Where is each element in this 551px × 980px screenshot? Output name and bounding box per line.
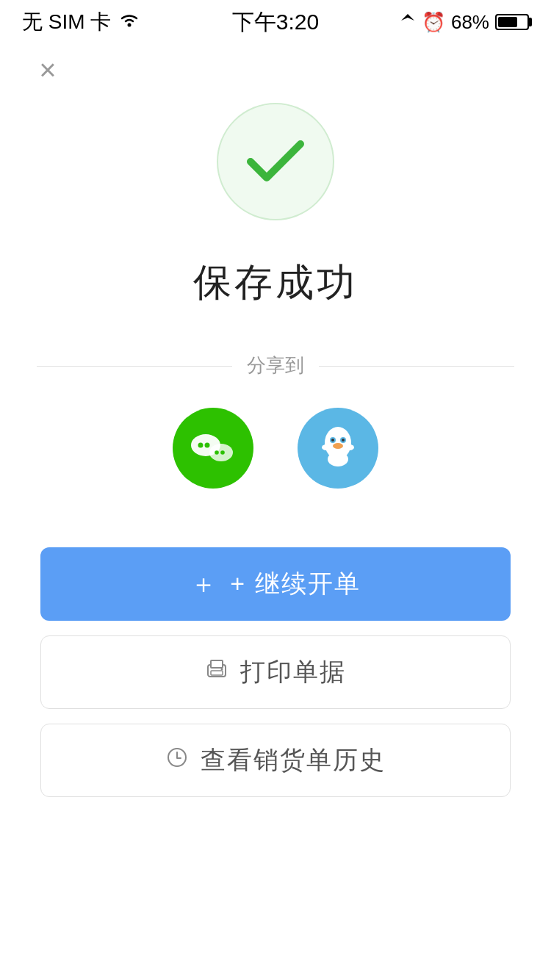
checkmark-icon [246,140,305,184]
status-left: 无 SIM 卡 [22,8,140,36]
continue-label: + 继续开单 [230,567,360,601]
qq-icon [314,422,362,474]
svg-point-19 [221,669,223,671]
svg-point-11 [331,439,334,442]
svg-point-8 [328,452,348,466]
share-divider: 分享到 [0,353,551,378]
svg-point-5 [215,450,219,455]
continue-button[interactable]: ＋ + 继续开单 [40,547,511,621]
share-icons [173,408,378,489]
close-icon: × [39,55,56,84]
share-section: 分享到 [0,353,551,489]
svg-rect-18 [211,671,223,675]
svg-point-3 [205,443,210,448]
svg-point-13 [333,443,343,449]
plus-icon: ＋ [190,566,218,602]
sim-status: 无 SIM 卡 [22,8,111,36]
close-button[interactable]: × [29,51,66,88]
actions-section: ＋ + 继续开单 打印单据 查看销货单历史 [40,547,511,797]
location-icon [400,11,416,34]
wechat-share-button[interactable] [173,408,253,489]
svg-point-0 [128,24,132,27]
history-button[interactable]: 查看销货单历史 [40,724,511,797]
success-section: 保存成功 [193,103,358,309]
svg-point-6 [220,450,225,455]
wechat-icon [187,426,239,470]
print-icon [205,657,228,687]
print-label: 打印单据 [240,655,346,689]
alarm-icon: ⏰ [422,11,445,34]
status-time: 下午3:20 [232,7,319,37]
success-circle [217,103,334,220]
qq-share-button[interactable] [298,408,378,489]
svg-point-2 [198,443,204,448]
battery-icon [495,14,529,30]
svg-rect-17 [211,660,223,668]
history-icon [165,746,189,775]
svg-point-15 [345,444,354,450]
history-label: 查看销货单历史 [201,743,386,777]
share-label: 分享到 [232,353,319,378]
wifi-icon [118,10,140,34]
svg-point-12 [342,439,345,442]
svg-point-14 [322,444,331,450]
status-right: ⏰ 68% [400,11,529,34]
battery-percent: 68% [451,11,489,34]
main-content: 保存成功 分享到 [0,44,551,812]
print-button[interactable]: 打印单据 [40,635,511,709]
status-bar: 无 SIM 卡 下午3:20 ⏰ 68% [0,0,551,44]
success-title: 保存成功 [193,257,358,309]
